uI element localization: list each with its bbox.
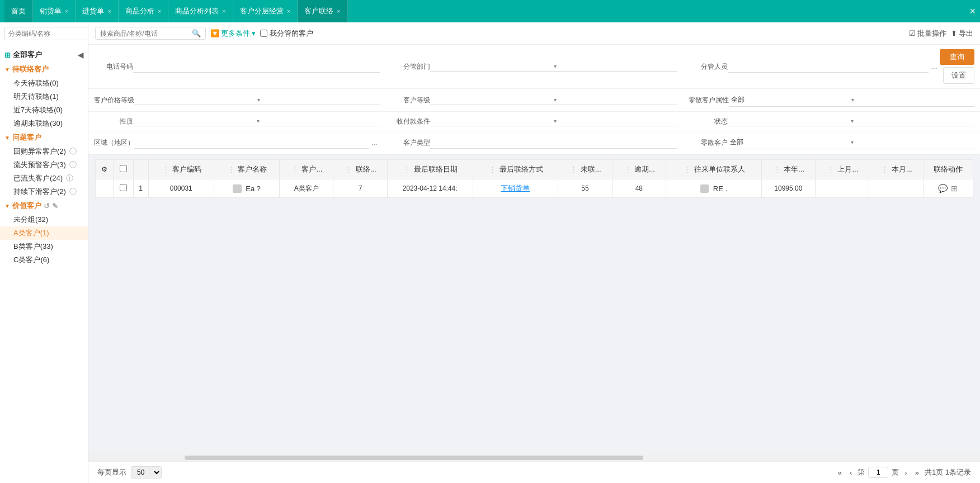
sidebar-item-a-class[interactable]: A类客户(1) [0, 226, 88, 240]
th-overdue[interactable]: ⋮ 逾期... [612, 160, 666, 179]
export-btn[interactable]: ⬆ 导出 [951, 29, 973, 39]
th-last-date[interactable]: ⋮ 最后联络日期 [387, 160, 473, 179]
horizontal-scrollbar[interactable] [88, 454, 980, 461]
close-purchase-tab[interactable]: × [107, 8, 111, 15]
sidebar-item-c-class[interactable]: C类客户(6) [0, 253, 88, 267]
select-all-checkbox[interactable] [120, 165, 127, 172]
nav-tab-goods-analysis[interactable]: 商品分析 × [119, 0, 168, 22]
my-customer-checkbox-label[interactable]: 我分管的客户 [260, 29, 313, 39]
chat-action-icon[interactable]: 💬 [938, 184, 948, 193]
filter-search-icon[interactable]: 🔍 [192, 29, 201, 37]
filter-input-phone[interactable] [133, 61, 380, 73]
batch-operation-btn[interactable]: ☑ 批量操作 [909, 29, 946, 39]
close-goods-list-tab[interactable]: × [222, 8, 225, 15]
filter-select-dept[interactable]: ▾ [430, 61, 677, 72]
filter-more-conditions[interactable]: 🔽 更多条件 ▾ [210, 29, 256, 39]
sidebar-item-overdue-contact[interactable]: 逾期未联络(30) [0, 117, 88, 130]
name-avatar: ■ [233, 184, 242, 193]
td-contact: 7 [333, 179, 387, 198]
sidebar-item-tomorrow-contact[interactable]: 明天待联络(1) [0, 90, 88, 103]
col-resize-method: ⋮ [489, 165, 496, 173]
sidebar-all-customers[interactable]: ⊞ 全部客户 ◀ [0, 45, 88, 62]
chevron-down-retail-customer: ▾ [851, 139, 972, 145]
filter-input-customer-type[interactable] [430, 137, 677, 149]
sidebar-item-b-class[interactable]: B类客户(33) [0, 240, 88, 253]
th-unit-contact[interactable]: ⋮ 往来单位联系人 [666, 160, 762, 179]
th-last-method[interactable]: ⋮ 最后联络方式 [473, 160, 558, 179]
row-checkbox[interactable] [120, 184, 127, 191]
sidebar-item-declining-customer[interactable]: 持续下滑客户(2) ⓘ [0, 185, 88, 198]
qr-action-icon[interactable]: ⊞ [951, 184, 958, 193]
dots-region[interactable]: … [369, 139, 380, 146]
nav-tab-sales[interactable]: 销货单 × [33, 0, 76, 22]
filter-actions: ☑ 批量操作 ⬆ 导出 [909, 29, 973, 39]
filter-select-customer-level[interactable]: ▾ [430, 95, 677, 105]
page-input[interactable] [868, 467, 888, 478]
th-no-contact[interactable]: ⋮ 未联... [558, 160, 612, 179]
filter-select-price-level[interactable]: ▾ [134, 95, 380, 105]
sidebar-group-problem[interactable]: ▼ 问题客户 [0, 130, 88, 145]
dots-manager[interactable]: … [929, 63, 940, 70]
nav-tab-goods-list[interactable]: 商品分析列表 × [168, 0, 233, 22]
close-customer-layer-tab[interactable]: × [287, 8, 290, 15]
th-last-month[interactable]: ⋮ 上月... [816, 160, 869, 179]
filter-cell-retail-customer: 零散客户 全部 ▾ [683, 131, 980, 154]
filter-input-manager[interactable] [728, 61, 929, 73]
sidebar-group-value[interactable]: ▼ 价值客户 ↺ ✎ [0, 198, 88, 213]
sidebar-group-pending[interactable]: ▼ 待联络客户 [0, 62, 88, 77]
sidebar-item-today-contact[interactable]: 今天待联络(0) [0, 77, 88, 90]
first-page-btn[interactable]: « [836, 467, 844, 478]
th-type[interactable]: ⋮ 客户... [279, 160, 333, 179]
filter-label-nature: 性质 [94, 117, 133, 126]
sidebar-item-7days-contact[interactable]: 近7天待联络(0) [0, 103, 88, 117]
filter-select-retail-attr[interactable]: 全部 ▾ [729, 93, 974, 107]
nav-tab-home[interactable]: 首页 [4, 0, 33, 22]
filter-search-input[interactable] [100, 30, 190, 37]
sidebar-item-loss-warning[interactable]: 流失预警客户(3) ⓘ [0, 158, 88, 172]
sidebar-search-input[interactable] [4, 27, 88, 40]
close-all-tabs[interactable]: × [969, 6, 976, 17]
chevron-down-dept: ▾ [554, 63, 675, 69]
filter-cell-retail-attr: 零散客户属性 全部 ▾ [683, 89, 980, 112]
filter-select-nature[interactable]: ▾ [133, 116, 380, 126]
sidebar-item-lost-customer[interactable]: 已流失客户(24) ⓘ [0, 172, 88, 185]
my-customer-checkbox[interactable] [260, 30, 267, 37]
nav-tab-purchase[interactable]: 进货单 × [76, 0, 118, 22]
sidebar-collapse-icon[interactable]: ◀ [78, 51, 83, 59]
th-this-month[interactable]: ⋮ 本月... [869, 160, 923, 179]
last-page-btn[interactable]: » [913, 467, 921, 478]
filter-search-box: 🔍 [95, 27, 206, 40]
next-page-btn[interactable]: › [902, 467, 909, 478]
filter-select-status[interactable]: ▾ [728, 116, 974, 126]
close-sales-tab[interactable]: × [65, 8, 68, 15]
th-action: 联络动作 [923, 160, 973, 179]
filter-cell-manager: 分管人员 … 查询 设置 [683, 45, 980, 89]
col-resize-contact: ⋮ [345, 165, 352, 173]
filter-select-retail-customer[interactable]: 全部 ▾ [728, 136, 974, 149]
nav-tab-customer-contact[interactable]: 客户联络 × [298, 0, 347, 22]
th-name[interactable]: ⋮ 客户名称 [214, 160, 279, 179]
filter-select-payment[interactable]: ▾ [430, 116, 677, 126]
th-code[interactable]: ⋮ 客户编码 [148, 160, 214, 179]
th-this-year[interactable]: ⋮ 本年... [761, 160, 815, 179]
th-settings[interactable]: ⚙ [96, 160, 114, 179]
filter-input-region[interactable] [134, 137, 369, 149]
th-contact[interactable]: ⋮ 联络... [333, 160, 387, 179]
chevron-down-retail: ▾ [851, 97, 972, 103]
col-resize-date: ⋮ [403, 165, 411, 173]
nav-tab-customer-layer[interactable]: 客户分层经营 × [233, 0, 298, 22]
last-method-link[interactable]: 下销货单 [501, 184, 530, 192]
close-customer-contact-tab[interactable]: × [337, 8, 340, 15]
scroll-thumb[interactable] [185, 456, 643, 460]
refresh-icon[interactable]: ↺ [44, 202, 50, 210]
sidebar-item-repurchase-abnormal[interactable]: 回购异常客户(2) ⓘ [0, 145, 88, 158]
close-goods-analysis-tab[interactable]: × [158, 8, 161, 15]
prev-page-btn[interactable]: ‹ [847, 467, 854, 478]
top-navigation: 首页 销货单 × 进货单 × 商品分析 × 商品分析列表 × 客户分层经营 × … [0, 0, 980, 22]
set-button[interactable]: 设置 [943, 67, 974, 84]
per-page-select[interactable]: 50 100 200 [131, 466, 162, 479]
edit-icon[interactable]: ✎ [52, 202, 58, 210]
query-button[interactable]: 查询 [940, 49, 974, 65]
sidebar-item-unclassified[interactable]: 未分组(32) [0, 213, 88, 226]
arrow-down-icon-3: ▼ [4, 203, 10, 209]
